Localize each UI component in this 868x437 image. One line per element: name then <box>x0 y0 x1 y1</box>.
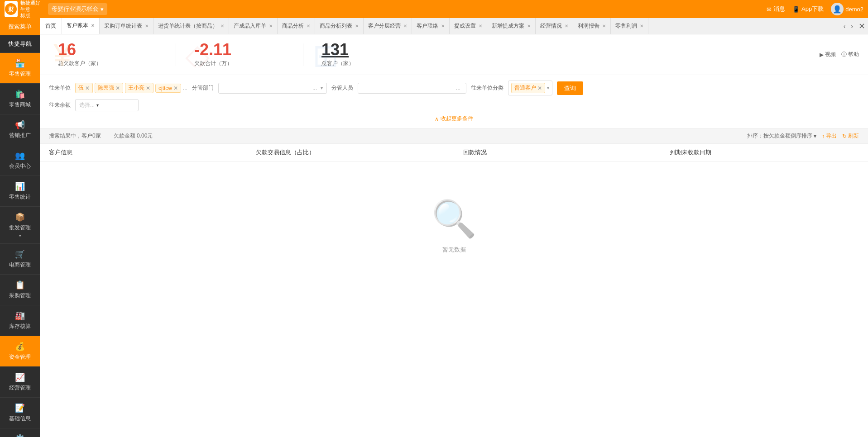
sidebar-item-inventory[interactable]: 🏭 库存核算 <box>0 305 40 336</box>
sidebar-quick-nav[interactable]: 快捷导航 <box>0 35 40 53</box>
unit-tags-more[interactable]: ... <box>183 85 187 91</box>
user-profile[interactable]: 👤 demo2 <box>831 3 863 15</box>
unit-category-selector[interactable]: 普通客户 ✕ ▾ <box>508 81 552 95</box>
tab-purchase-order-stats[interactable]: 采购订单统计表 ✕ <box>100 18 153 34</box>
unit-tag-wang[interactable]: 王小亮 ✕ <box>125 83 153 93</box>
tab-home[interactable]: 首页 <box>40 18 62 34</box>
content-area: 首页 客户账本 ✕ 采购订单统计表 ✕ 进货单统计表（按商品） ✕ 产成品入库单… <box>40 18 868 437</box>
sidebar-item-batch[interactable]: 📦 批发管理 ▾ <box>0 207 40 244</box>
tab-retail-profit-close[interactable]: ✕ <box>640 24 643 28</box>
unit-tag-wang-close[interactable]: ✕ <box>146 85 150 91</box>
tab-next-button[interactable]: › <box>848 18 856 34</box>
video-button[interactable]: ▶ 视频 <box>820 51 836 58</box>
tab-profit-report[interactable]: 利润报告 ✕ <box>573 18 611 34</box>
person-selector[interactable]: ... <box>358 83 466 94</box>
tab-customer-ledger[interactable]: 客户账本 ✕ <box>62 18 100 34</box>
query-button[interactable]: 查询 <box>557 81 583 95</box>
empty-state: 🔍 暂无数据 <box>40 162 868 290</box>
person-dots[interactable]: ... <box>454 85 462 91</box>
tab-profit-report-close[interactable]: ✕ <box>602 24 606 28</box>
account-selector[interactable]: 母婴行业演示帐套 ▾ <box>48 3 107 15</box>
tab-customer-tier[interactable]: 客户分层经营 ✕ <box>364 18 412 34</box>
sidebar: 搜索菜单 快捷导航 🏪 零售管理 🛍️ 零售商城 📢 营销推广 👥 会员中心 <box>0 18 40 437</box>
tab-profit-report-label: 利润报告 <box>578 22 599 30</box>
sidebar-item-retail[interactable]: 🏪 零售管理 <box>0 53 40 84</box>
export-label: 导出 <box>826 132 837 140</box>
sidebar-item-operation-label: 经营管理 <box>9 384 31 392</box>
unit-tag-wu[interactable]: 伍 ✕ <box>75 83 93 93</box>
unit-tag-cjttcw-close[interactable]: ✕ <box>173 85 178 91</box>
tab-product-stock[interactable]: 产成品入库单 ✕ <box>229 18 278 34</box>
filter-row-1: 往来单位 伍 ✕ 陈民强 ✕ 王小亮 <box>49 81 859 95</box>
sidebar-item-member[interactable]: 👥 会员中心 <box>0 145 40 176</box>
unit-tag-chen-close[interactable]: ✕ <box>115 85 120 91</box>
help-button[interactable]: ⓘ 帮助 <box>841 51 859 58</box>
tab-product-analysis[interactable]: 商品分析 ✕ <box>278 18 315 34</box>
balance-filter-label: 往来余额 <box>49 101 71 109</box>
collapse-filter-button[interactable]: ∧ 收起更多条件 <box>49 115 859 123</box>
tab-customer-ledger-close[interactable]: ✕ <box>91 23 95 28</box>
tab-operation-situation[interactable]: 经营情况 ✕ <box>536 18 573 34</box>
message-button[interactable]: ✉ 消息 <box>767 5 785 13</box>
sidebar-item-system[interactable]: ⚙️ 系统管理 <box>0 428 40 437</box>
logo-icon: 财 <box>5 1 18 17</box>
total-debtors-number: 16 <box>58 42 149 58</box>
unit-tag-wu-close[interactable]: ✕ <box>85 85 90 91</box>
tab-purchase-order-stats-close[interactable]: ✕ <box>145 24 149 28</box>
export-button[interactable]: ↑ 导出 <box>822 132 837 140</box>
sidebar-item-inventory-label: 库存核算 <box>9 323 31 330</box>
tab-customer-contact[interactable]: 客户联络 ✕ <box>412 18 450 34</box>
unit-tag-chen-label: 陈民强 <box>98 84 114 92</box>
system-icon: ⚙️ <box>15 434 25 437</box>
dept-dots[interactable]: ... <box>311 85 319 91</box>
ecommerce-icon: 🛒 <box>15 249 25 259</box>
operation-icon: 📈 <box>15 372 25 382</box>
tab-product-analysis-list-close[interactable]: ✕ <box>355 24 359 28</box>
tab-close-all-button[interactable]: ✕ <box>856 18 868 34</box>
sidebar-item-operation[interactable]: 📈 经营管理 <box>0 367 40 398</box>
avatar: 👤 <box>831 3 844 15</box>
sidebar-item-ecommerce[interactable]: 🛒 电商管理 <box>0 244 40 275</box>
tab-product-analysis-list[interactable]: 商品分析列表 ✕ <box>315 18 364 34</box>
total-debtors-label: 总欠款客户（家） <box>58 60 149 67</box>
unit-cat-tag[interactable]: 普通客户 ✕ <box>511 83 545 93</box>
unit-tag-chen[interactable]: 陈民强 ✕ <box>95 83 123 93</box>
sidebar-search[interactable]: 搜索菜单 <box>0 18 40 35</box>
sidebar-item-base[interactable]: 📝 基础信息 <box>0 398 40 428</box>
tab-commission-settings-close[interactable]: ✕ <box>479 24 482 28</box>
refresh-button[interactable]: ↻ 刷新 <box>842 132 859 140</box>
balance-selector[interactable]: 选择... ▾ <box>75 99 139 111</box>
unit-filter-tags: 伍 ✕ 陈民强 ✕ 王小亮 ✕ <box>75 83 187 93</box>
tab-product-stock-close[interactable]: ✕ <box>269 24 273 28</box>
tab-prev-button[interactable]: ‹ <box>841 18 849 34</box>
collapse-up-icon: ∧ <box>435 116 439 122</box>
tab-new-commission-close[interactable]: ✕ <box>527 24 531 28</box>
base-icon: 📝 <box>15 403 25 413</box>
tab-commission-settings[interactable]: 提成设置 ✕ <box>450 18 487 34</box>
app-download-button[interactable]: 📱 App下载 <box>792 5 824 13</box>
dept-selector[interactable]: ... ▾ <box>218 83 327 94</box>
sort-button[interactable]: 排序：按欠款金额倒序排序 ▾ <box>747 132 816 140</box>
results-actions: 排序：按欠款金额倒序排序 ▾ ↑ 导出 ↻ 刷新 <box>747 132 859 140</box>
tab-retail-profit[interactable]: 零售利润 ✕ <box>611 18 648 34</box>
unit-tag-cjttcw[interactable]: cjttcw ✕ <box>155 84 181 93</box>
unit-category-label: 往来单位分类 <box>471 84 504 92</box>
header-right: ✉ 消息 📱 App下载 👤 demo2 <box>767 3 863 15</box>
sidebar-item-purchase[interactable]: 📋 采购管理 <box>0 275 40 305</box>
tab-purchase-stats-by-product[interactable]: 进货单统计表（按商品） ✕ <box>153 18 229 34</box>
sidebar-item-retail-stat[interactable]: 📊 零售统计 <box>0 176 40 207</box>
tab-product-analysis-close[interactable]: ✕ <box>307 24 310 28</box>
sidebar-item-marketing[interactable]: 📢 营销推广 <box>0 114 40 145</box>
sidebar-item-finance[interactable]: 💰 资金管理 <box>0 336 40 367</box>
tab-new-commission[interactable]: 新增提成方案 ✕ <box>487 18 536 34</box>
sidebar-item-retail-stat-label: 零售统计 <box>9 193 31 201</box>
tab-purchase-stats-by-product-close[interactable]: ✕ <box>221 24 224 28</box>
tab-customer-tier-close[interactable]: ✕ <box>403 24 407 28</box>
tab-retail-profit-label: 零售利润 <box>615 22 637 30</box>
collapse-label: 收起更多条件 <box>441 115 473 123</box>
tab-operation-situation-close[interactable]: ✕ <box>565 24 568 28</box>
table-body: 🔍 暂无数据 <box>40 162 868 290</box>
sidebar-item-retail-shop[interactable]: 🛍️ 零售商城 <box>0 84 40 114</box>
tab-customer-contact-close[interactable]: ✕ <box>441 24 445 28</box>
unit-cat-close[interactable]: ✕ <box>537 85 542 91</box>
